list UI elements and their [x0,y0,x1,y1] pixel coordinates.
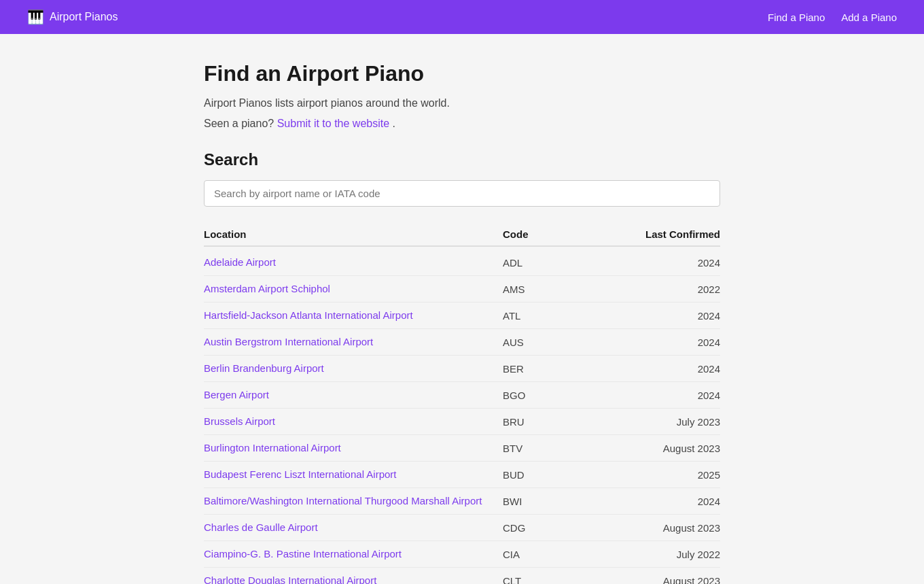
nav-links: Find a Piano Add a Piano [768,12,897,23]
table-row: Amsterdam Airport Schiphol AMS 2022 [204,276,720,303]
location-link[interactable]: Adelaide Airport [204,256,276,268]
location-cell: Bergen Airport [204,389,503,401]
piano-icon: 🎹 [27,9,44,25]
table-row: Charles de Gaulle Airport CDG August 202… [204,515,720,541]
confirmed-cell: 2024 [584,363,720,375]
search-input[interactable] [204,180,720,207]
code-cell: BGO [503,390,584,401]
table-row: Burlington International Airport BTV Aug… [204,435,720,462]
location-cell: Berlin Brandenburg Airport [204,362,503,375]
table-row: Hartsfield-Jackson Atlanta International… [204,303,720,329]
seen-label: Seen a piano? [204,118,274,129]
code-cell: ADL [503,257,584,269]
location-cell: Baltimore/Washington International Thurg… [204,495,503,507]
location-link[interactable]: Charles de Gaulle Airport [204,521,318,533]
confirmed-cell: August 2023 [584,522,720,534]
airport-table: Adelaide Airport ADL 2024 Amsterdam Airp… [204,250,720,584]
code-cell: BWI [503,496,584,507]
brand-label: Airport Pianos [50,11,118,23]
page-title: Find an Airport Piano [204,61,720,86]
brand-link[interactable]: 🎹 Airport Pianos [27,9,118,25]
table-row: Charlotte Douglas International Airport … [204,568,720,584]
code-cell: ATL [503,310,584,322]
location-cell: Brussels Airport [204,415,503,428]
search-heading: Search [204,150,720,169]
header-last-confirmed: Last Confirmed [584,228,720,240]
confirmed-cell: 2024 [584,337,720,348]
confirmed-cell: July 2022 [584,549,720,560]
confirmed-cell: August 2023 [584,575,720,585]
location-link[interactable]: Amsterdam Airport Schiphol [204,283,330,294]
location-cell: Charlotte Douglas International Airport [204,574,503,584]
table-row: Ciampino-G. B. Pastine International Air… [204,541,720,568]
table-row: Brussels Airport BRU July 2023 [204,409,720,435]
header-location: Location [204,228,503,240]
location-link[interactable]: Hartsfield-Jackson Atlanta International… [204,309,413,321]
location-link[interactable]: Ciampino-G. B. Pastine International Air… [204,548,402,560]
location-link[interactable]: Austin Bergstrom International Airport [204,336,373,347]
location-link[interactable]: Brussels Airport [204,415,275,427]
confirmed-cell: July 2023 [584,416,720,428]
table-row: Bergen Airport BGO 2024 [204,382,720,409]
location-cell: Charles de Gaulle Airport [204,521,503,534]
code-cell: CIA [503,549,584,560]
code-cell: BRU [503,416,584,428]
location-cell: Adelaide Airport [204,256,503,269]
code-cell: CLT [503,575,584,585]
location-link[interactable]: Charlotte Douglas International Airport [204,574,376,584]
table-row: Baltimore/Washington International Thurg… [204,488,720,515]
confirmed-cell: 2024 [584,390,720,401]
confirmed-cell: 2024 [584,310,720,322]
confirmed-cell: 2025 [584,469,720,481]
location-cell: Ciampino-G. B. Pastine International Air… [204,548,503,560]
subtitle-text: Airport Pianos lists airport pianos arou… [204,97,720,109]
location-cell: Austin Bergstrom International Airport [204,336,503,348]
location-link[interactable]: Bergen Airport [204,389,269,400]
navbar: 🎹 Airport Pianos Find a Piano Add a Pian… [0,0,924,34]
location-link[interactable]: Burlington International Airport [204,442,341,453]
location-link[interactable]: Berlin Brandenburg Airport [204,362,324,374]
seen-end: . [393,118,395,129]
code-cell: AMS [503,284,584,295]
header-code: Code [503,228,584,240]
location-cell: Amsterdam Airport Schiphol [204,283,503,295]
code-cell: BUD [503,469,584,481]
location-cell: Burlington International Airport [204,442,503,454]
confirmed-cell: 2024 [584,257,720,269]
main-content: Find an Airport Piano Airport Pianos lis… [190,34,734,584]
confirmed-cell: August 2023 [584,443,720,454]
submit-link[interactable]: Submit it to the website [277,118,389,129]
table-row: Austin Bergstrom International Airport A… [204,329,720,356]
code-cell: AUS [503,337,584,348]
location-link[interactable]: Baltimore/Washington International Thurg… [204,495,482,506]
table-row: Budapest Ferenc Liszt International Airp… [204,462,720,488]
table-row: Berlin Brandenburg Airport BER 2024 [204,356,720,382]
location-link[interactable]: Budapest Ferenc Liszt International Airp… [204,468,397,480]
code-cell: BTV [503,443,584,454]
code-cell: CDG [503,522,584,534]
code-cell: BER [503,363,584,375]
seen-piano-text: Seen a piano? Submit it to the website . [204,118,720,130]
confirmed-cell: 2024 [584,496,720,507]
confirmed-cell: 2022 [584,284,720,295]
add-piano-link[interactable]: Add a Piano [841,12,897,23]
table-header: Location Code Last Confirmed [204,223,720,247]
location-cell: Hartsfield-Jackson Atlanta International… [204,309,503,322]
table-row: Adelaide Airport ADL 2024 [204,250,720,276]
find-piano-link[interactable]: Find a Piano [768,12,825,23]
location-cell: Budapest Ferenc Liszt International Airp… [204,468,503,481]
